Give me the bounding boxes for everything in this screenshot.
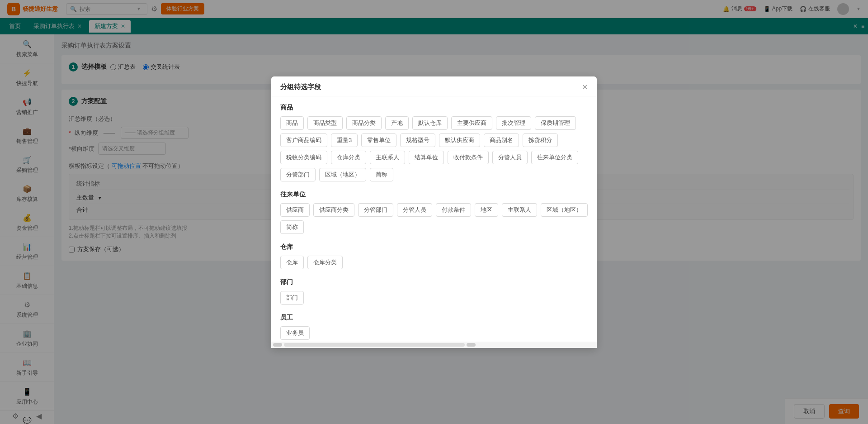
hscroll-right-btn[interactable]	[467, 343, 476, 347]
field-tag-supplier-category[interactable]: 供应商分类	[313, 203, 354, 217]
field-tag-spec[interactable]: 规格型号	[400, 133, 435, 147]
category-employee-title: 员工	[280, 314, 588, 322]
field-tag-warehouse[interactable]: 仓库	[280, 256, 304, 269]
field-tag-goods-category[interactable]: 商品分类	[346, 116, 382, 130]
category-warehouse-title: 仓库	[280, 243, 588, 251]
field-tag-weight3[interactable]: 重量3	[331, 133, 358, 147]
field-tag-main-contact[interactable]: 主联系人	[370, 151, 405, 164]
hscroll-left-btn[interactable]	[273, 343, 282, 347]
field-tag-partner-dept[interactable]: 分管部门	[358, 203, 393, 217]
field-tag-payment-terms[interactable]: 收付款条件	[448, 151, 489, 164]
field-tag-department[interactable]: 部门	[280, 291, 304, 305]
field-tag-retail-unit[interactable]: 零售单位	[361, 133, 396, 147]
employee-field-tags: 业务员	[280, 326, 588, 340]
field-tag-pick-points[interactable]: 拣货积分	[523, 133, 558, 147]
field-tag-wh-category[interactable]: 仓库分类	[307, 256, 343, 269]
dialog-title: 分组待选字段	[280, 83, 321, 91]
category-goods: 商品 商品 商品类型 商品分类 产地 默认仓库 主要供应商 批次管理 保质期管理…	[280, 104, 588, 181]
field-tag-tax-code[interactable]: 税收分类编码	[280, 151, 327, 164]
field-tag-batch[interactable]: 批次管理	[496, 116, 531, 130]
field-tag-default-supplier[interactable]: 默认供应商	[439, 133, 480, 147]
goods-field-tags: 商品 商品类型 商品分类 产地 默认仓库 主要供应商 批次管理 保质期管理 客户…	[280, 116, 588, 181]
field-tag-warehouse-category[interactable]: 仓库分类	[331, 151, 366, 164]
field-tag-goods[interactable]: 商品	[280, 116, 304, 130]
field-tag-pay-terms[interactable]: 付款条件	[436, 203, 471, 217]
modal-overlay: 分组待选字段 ✕ 商品 商品 商品类型 商品分类 产地 默认仓库 主要供应商 批…	[0, 0, 868, 424]
field-tag-region[interactable]: 区域（地区）	[319, 168, 366, 181]
field-tag-expiry[interactable]: 保质期管理	[535, 116, 576, 130]
category-warehouse: 仓库 仓库 仓库分类	[280, 243, 588, 269]
field-tag-partner-manager[interactable]: 分管人员	[397, 203, 432, 217]
field-tag-customer-code[interactable]: 客户商品编码	[280, 133, 327, 147]
field-tag-main-supplier[interactable]: 主要供应商	[451, 116, 492, 130]
dept-field-tags: 部门	[280, 291, 588, 305]
field-tag-salesperson[interactable]: 业务员	[280, 326, 310, 340]
field-tag-partner-category[interactable]: 往来单位分类	[531, 151, 578, 164]
field-tag-goods-alias[interactable]: 商品别名	[484, 133, 519, 147]
field-tag-partner-short[interactable]: 简称	[280, 220, 304, 234]
field-tag-default-warehouse[interactable]: 默认仓库	[412, 116, 448, 130]
field-tag-supplier[interactable]: 供应商	[280, 203, 310, 217]
field-select-dialog: 分组待选字段 ✕ 商品 商品 商品类型 商品分类 产地 默认仓库 主要供应商 批…	[271, 76, 597, 348]
field-tag-area[interactable]: 地区	[475, 203, 498, 217]
dialog-close-btn[interactable]: ✕	[582, 83, 588, 91]
hscroll-thumb[interactable]	[284, 343, 465, 347]
dialog-hscroll[interactable]	[271, 342, 597, 348]
category-dept-title: 部门	[280, 278, 588, 286]
field-tag-manager[interactable]: 分管人员	[492, 151, 528, 164]
warehouse-field-tags: 仓库 仓库分类	[280, 256, 588, 269]
category-department: 部门 部门	[280, 278, 588, 305]
field-tag-settlement-unit[interactable]: 结算单位	[409, 151, 444, 164]
field-tag-partner-region[interactable]: 区域（地区）	[541, 203, 588, 217]
field-tag-dept[interactable]: 分管部门	[280, 168, 316, 181]
category-partner-title: 往来单位	[280, 191, 588, 199]
category-partner: 往来单位 供应商 供应商分类 分管部门 分管人员 付款条件 地区 主联系人 区域…	[280, 191, 588, 234]
dialog-header: 分组待选字段 ✕	[271, 76, 597, 96]
field-tag-goods-type[interactable]: 商品类型	[307, 116, 343, 130]
category-employee: 员工 业务员	[280, 314, 588, 340]
partner-field-tags: 供应商 供应商分类 分管部门 分管人员 付款条件 地区 主联系人 区域（地区） …	[280, 203, 588, 234]
field-tag-short-name[interactable]: 简称	[370, 168, 393, 181]
dialog-body[interactable]: 商品 商品 商品类型 商品分类 产地 默认仓库 主要供应商 批次管理 保质期管理…	[271, 96, 597, 342]
field-tag-partner-contact[interactable]: 主联系人	[502, 203, 537, 217]
field-tag-origin[interactable]: 产地	[385, 116, 409, 130]
category-goods-title: 商品	[280, 104, 588, 112]
